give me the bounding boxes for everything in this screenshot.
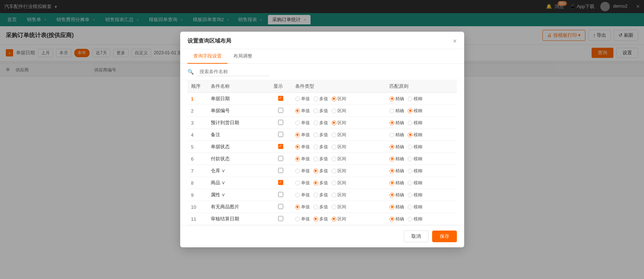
type-range-option[interactable]: 区间 <box>332 168 346 174</box>
table-row: 1单据日期 单值 多值 区间 精确 <box>187 93 457 105</box>
type-multi-option[interactable]: 多值 <box>313 204 328 210</box>
type-single-option[interactable]: 单值 <box>295 120 310 126</box>
checkbox-unchecked[interactable] <box>278 192 283 197</box>
match-exact-option[interactable]: 精确 <box>390 168 404 174</box>
type-multi-option[interactable]: 多值 <box>313 192 328 198</box>
type-multi-option[interactable]: 多值 <box>313 216 328 222</box>
type-range-option[interactable]: 区间 <box>332 192 346 198</box>
type-multi-option[interactable]: 多值 <box>313 144 328 150</box>
match-fuzzy-option[interactable]: 模糊 <box>408 120 422 126</box>
match-exact-option[interactable]: 精确 <box>390 108 404 114</box>
row-type: 单值 多值 区间 <box>292 129 386 141</box>
checkbox-checked[interactable] <box>278 180 283 185</box>
type-single-option[interactable]: 单值 <box>295 132 310 138</box>
type-multi-option[interactable]: 多值 <box>313 180 328 186</box>
row-display-checkbox[interactable] <box>270 153 291 165</box>
match-exact-option[interactable]: 精确 <box>390 96 404 102</box>
type-single-option[interactable]: 单值 <box>295 96 310 102</box>
row-display-checkbox[interactable] <box>270 189 291 201</box>
type-multi-option[interactable]: 多值 <box>313 168 328 174</box>
row-display-checkbox[interactable] <box>270 165 291 177</box>
type-single-option[interactable]: 单值 <box>295 108 310 114</box>
modal-search-area: 🔍 <box>180 64 464 80</box>
match-exact-option[interactable]: 精确 <box>390 180 404 186</box>
row-display-checkbox[interactable] <box>270 213 291 225</box>
row-condition-name: 有无商品图片 <box>207 201 270 213</box>
row-display-checkbox[interactable] <box>270 93 291 105</box>
checkbox-checked[interactable] <box>278 144 283 149</box>
match-fuzzy-option[interactable]: 模糊 <box>408 132 422 138</box>
th-type: 条件类型 <box>292 80 386 93</box>
match-exact-option[interactable]: 精确 <box>390 192 404 198</box>
row-type: 单值 多值 区间 <box>292 201 386 213</box>
row-display-checkbox[interactable] <box>270 117 291 129</box>
checkbox-unchecked[interactable] <box>278 204 283 209</box>
checkbox-unchecked[interactable] <box>278 168 283 173</box>
checkbox-checked[interactable] <box>278 96 283 101</box>
match-fuzzy-option[interactable]: 模糊 <box>408 204 422 210</box>
type-multi-option[interactable]: 多值 <box>313 132 328 138</box>
checkbox-unchecked[interactable] <box>278 156 283 161</box>
type-single-option[interactable]: 单值 <box>295 216 310 222</box>
type-range-option[interactable]: 区间 <box>332 204 346 210</box>
row-display-checkbox[interactable] <box>270 141 291 153</box>
row-display-checkbox[interactable] <box>270 177 291 189</box>
type-single-option[interactable]: 单值 <box>295 156 310 162</box>
match-fuzzy-option[interactable]: 模糊 <box>408 168 422 174</box>
match-fuzzy-option[interactable]: 模糊 <box>408 96 422 102</box>
row-match: 精确 模糊 <box>386 177 457 189</box>
match-fuzzy-option[interactable]: 模糊 <box>408 216 422 222</box>
match-exact-option[interactable]: 精确 <box>390 216 404 222</box>
type-range-option[interactable]: 区间 <box>332 216 346 222</box>
match-exact-option[interactable]: 精确 <box>390 204 404 210</box>
match-exact-option[interactable]: 精确 <box>390 132 404 138</box>
save-button[interactable]: 保存 <box>432 231 457 242</box>
type-multi-option[interactable]: 多值 <box>313 156 328 162</box>
row-display-checkbox[interactable] <box>270 129 291 141</box>
match-fuzzy-option[interactable]: 模糊 <box>408 180 422 186</box>
type-multi-option[interactable]: 多值 <box>313 120 328 126</box>
type-range-option[interactable]: 区间 <box>332 156 346 162</box>
row-type: 单值 多值 区间 <box>292 93 386 105</box>
type-single-option[interactable]: 单值 <box>295 168 310 174</box>
modal-tab-query-fields[interactable]: 查询字段设置 <box>187 49 228 64</box>
type-range-option[interactable]: 区间 <box>332 96 346 102</box>
type-single-option[interactable]: 单值 <box>295 144 310 150</box>
checkbox-unchecked[interactable] <box>278 132 283 137</box>
type-range-option[interactable]: 区间 <box>332 144 346 150</box>
type-multi-option[interactable]: 多值 <box>313 108 328 114</box>
match-exact-option[interactable]: 精确 <box>390 144 404 150</box>
modal-table-header-row: 顺序 条件名称 显示 条件类型 匹配原则 <box>187 80 457 93</box>
modal-search-icon: 🔍 <box>187 69 194 75</box>
modal-close-button[interactable]: × <box>453 38 457 44</box>
match-fuzzy-option[interactable]: 模糊 <box>408 156 422 162</box>
row-condition-name: 属性 ∨ <box>207 189 270 201</box>
checkbox-unchecked[interactable] <box>278 216 283 221</box>
type-single-option[interactable]: 单值 <box>295 204 310 210</box>
checkbox-unchecked[interactable] <box>278 120 283 125</box>
type-range-option[interactable]: 区间 <box>332 180 346 186</box>
row-match: 精确 模糊 <box>386 141 457 153</box>
row-display-checkbox[interactable] <box>270 105 291 117</box>
checkbox-unchecked[interactable] <box>278 108 283 113</box>
cancel-button[interactable]: 取消 <box>404 231 428 242</box>
row-order: 7 <box>187 165 207 177</box>
type-multi-option[interactable]: 多值 <box>313 96 328 102</box>
type-single-option[interactable]: 单值 <box>295 192 310 198</box>
row-display-checkbox[interactable] <box>270 201 291 213</box>
type-range-option[interactable]: 区间 <box>332 108 346 114</box>
match-fuzzy-option[interactable]: 模糊 <box>408 144 422 150</box>
match-exact-option[interactable]: 精确 <box>390 120 404 126</box>
match-exact-option[interactable]: 精确 <box>390 156 404 162</box>
row-order: 9 <box>187 189 207 201</box>
match-fuzzy-option[interactable]: 模糊 <box>408 192 422 198</box>
match-fuzzy-option[interactable]: 模糊 <box>408 108 422 114</box>
type-range-option[interactable]: 区间 <box>332 120 346 126</box>
type-range-option[interactable]: 区间 <box>332 132 346 138</box>
modal-search-input[interactable] <box>197 67 269 76</box>
modal-dialog: 设置查询区域布局 × 查询字段设置 布局调整 🔍 顺序 条件名称 <box>180 32 464 247</box>
th-order: 顺序 <box>187 80 207 93</box>
row-order: 6 <box>187 153 207 165</box>
modal-tab-layout[interactable]: 布局调整 <box>228 49 258 64</box>
type-single-option[interactable]: 单值 <box>295 180 310 186</box>
